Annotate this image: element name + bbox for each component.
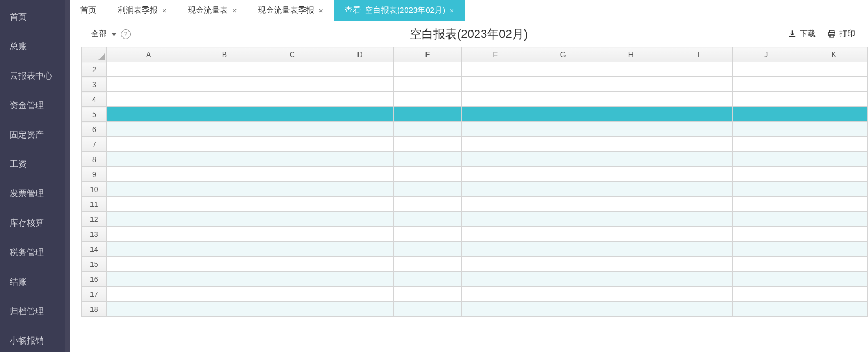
cell[interactable]: [529, 287, 597, 302]
row-header[interactable]: 15: [82, 257, 107, 272]
column-header[interactable]: I: [665, 47, 732, 62]
cell[interactable]: [800, 197, 868, 212]
cell[interactable]: [800, 62, 868, 77]
download-button[interactable]: 下载: [788, 29, 816, 39]
filter-dropdown[interactable]: 全部 ?: [91, 29, 131, 39]
cell[interactable]: [597, 227, 665, 242]
cell[interactable]: [258, 227, 326, 242]
cell[interactable]: [597, 302, 665, 317]
cell[interactable]: [665, 152, 732, 167]
cell[interactable]: [800, 182, 868, 197]
cell[interactable]: [800, 77, 868, 92]
cell[interactable]: [258, 287, 326, 302]
cell[interactable]: [461, 92, 529, 107]
row-header[interactable]: 8: [82, 152, 107, 167]
cell[interactable]: [191, 287, 258, 302]
help-icon[interactable]: ?: [121, 29, 131, 39]
cell[interactable]: [665, 122, 732, 137]
cell[interactable]: [529, 257, 597, 272]
cell[interactable]: [732, 272, 800, 287]
cell[interactable]: [597, 77, 665, 92]
cell[interactable]: [529, 62, 597, 77]
cell[interactable]: [665, 62, 732, 77]
cell[interactable]: [258, 167, 326, 182]
cell[interactable]: [800, 287, 868, 302]
cell[interactable]: [191, 122, 258, 137]
cell[interactable]: [106, 257, 191, 272]
column-header[interactable]: B: [191, 47, 258, 62]
column-header[interactable]: K: [800, 47, 868, 62]
sidebar-item-archive[interactable]: 归档管理: [0, 297, 70, 326]
cell[interactable]: [394, 167, 462, 182]
cell[interactable]: [732, 92, 800, 107]
cell[interactable]: [191, 302, 258, 317]
close-icon[interactable]: ×: [232, 6, 237, 15]
cell[interactable]: [665, 137, 732, 152]
cell[interactable]: [106, 272, 191, 287]
tab[interactable]: 首页: [70, 0, 107, 21]
cell[interactable]: [326, 152, 394, 167]
cell[interactable]: [665, 167, 732, 182]
cell[interactable]: [529, 122, 597, 137]
sidebar-item-fixed-assets[interactable]: 固定资产: [0, 120, 70, 150]
cell[interactable]: [106, 182, 191, 197]
cell[interactable]: [461, 257, 529, 272]
close-icon[interactable]: ×: [162, 6, 166, 15]
cell[interactable]: [732, 152, 800, 167]
cell[interactable]: [461, 182, 529, 197]
tab[interactable]: 现金流量表×: [177, 0, 247, 21]
cell[interactable]: [106, 167, 191, 182]
cell[interactable]: [191, 152, 258, 167]
cell[interactable]: [461, 302, 529, 317]
print-button[interactable]: 打印: [827, 29, 855, 39]
row-header[interactable]: 3: [82, 77, 107, 92]
cell[interactable]: [597, 287, 665, 302]
cell[interactable]: [394, 122, 462, 137]
cell[interactable]: [258, 107, 326, 122]
cell[interactable]: [665, 227, 732, 242]
cell[interactable]: [326, 302, 394, 317]
column-header[interactable]: J: [732, 47, 800, 62]
cell[interactable]: [326, 287, 394, 302]
column-header[interactable]: E: [394, 47, 462, 62]
cell[interactable]: [665, 107, 732, 122]
cell[interactable]: [106, 152, 191, 167]
row-header[interactable]: 13: [82, 227, 107, 242]
cell[interactable]: [394, 197, 462, 212]
cell[interactable]: [665, 302, 732, 317]
cell[interactable]: [597, 272, 665, 287]
cell[interactable]: [665, 257, 732, 272]
cell[interactable]: [191, 257, 258, 272]
cell[interactable]: [258, 212, 326, 227]
cell[interactable]: [394, 242, 462, 257]
sidebar-item-invoice[interactable]: 发票管理: [0, 179, 70, 209]
cell[interactable]: [800, 92, 868, 107]
cell[interactable]: [461, 107, 529, 122]
cell[interactable]: [732, 167, 800, 182]
cell[interactable]: [326, 197, 394, 212]
cell[interactable]: [326, 122, 394, 137]
cell[interactable]: [106, 287, 191, 302]
cell[interactable]: [529, 167, 597, 182]
sidebar-item-salary[interactable]: 工资: [0, 150, 70, 179]
cell[interactable]: [326, 77, 394, 92]
cell[interactable]: [461, 137, 529, 152]
sidebar-item-cloud-report[interactable]: 云报表中心: [0, 62, 70, 91]
cell[interactable]: [597, 152, 665, 167]
cell[interactable]: [326, 137, 394, 152]
cell[interactable]: [258, 272, 326, 287]
cell[interactable]: [394, 287, 462, 302]
cell[interactable]: [258, 302, 326, 317]
cell[interactable]: [191, 107, 258, 122]
cell[interactable]: [191, 137, 258, 152]
cell[interactable]: [800, 152, 868, 167]
cell[interactable]: [665, 92, 732, 107]
cell[interactable]: [800, 137, 868, 152]
cell[interactable]: [732, 182, 800, 197]
cell[interactable]: [597, 107, 665, 122]
cell[interactable]: [326, 242, 394, 257]
tab[interactable]: 查看_空白报表(2023年02月)×: [334, 0, 465, 21]
cell[interactable]: [394, 182, 462, 197]
row-header[interactable]: 12: [82, 212, 107, 227]
sidebar-item-closing[interactable]: 结账: [0, 267, 70, 297]
